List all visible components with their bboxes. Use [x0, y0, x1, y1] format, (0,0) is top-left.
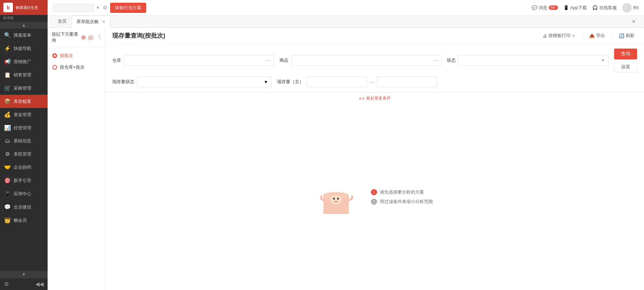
stock-qty-filter: 现存量（主） — — [277, 76, 437, 87]
finance-icon: 💰 — [4, 111, 11, 118]
scheme-item-batch[interactable]: 按批次 — [48, 50, 105, 61]
basic-icon: 🗂 — [4, 138, 11, 144]
online-service-btn[interactable]: 🎧 在线客服 — [592, 5, 617, 11]
collapse-bar[interactable]: ∧∧ 收起更多条件 — [105, 92, 644, 104]
sidebar-item-member[interactable]: 👑 畅会员 — [0, 214, 48, 227]
app-download-icon: 📱 — [563, 5, 569, 10]
stock-status-input[interactable]: ▼ — [137, 76, 272, 87]
topbar-left: ▼ ⚙ 体验行业方案 — [53, 3, 528, 13]
tab-close-icon[interactable]: ✕ — [102, 19, 105, 24]
scheme-item-warehouse-batch[interactable]: 按仓库+批次 — [48, 61, 105, 73]
product-input[interactable]: ··· — [291, 55, 441, 66]
query-btn-col: 查询 设置 — [614, 49, 637, 72]
system-icon: ⚙ — [4, 151, 11, 157]
collapse-sidebar-icon[interactable]: ◀◀ — [35, 281, 44, 287]
sidebar-item-label: 库存核算 — [14, 98, 31, 105]
sidebar-item-label: 快捷导航 — [14, 46, 31, 52]
settings-bottom-icon[interactable]: ⚙ — [4, 281, 9, 287]
scroll-down-btn[interactable]: ▼ — [0, 271, 48, 278]
scheme-settings-icon[interactable]: ◎ — [88, 34, 94, 41]
sidebar-item-basic[interactable]: 🗂 基础信息 — [0, 134, 48, 147]
avatar — [622, 3, 632, 13]
product-more-icon[interactable]: ··· — [433, 57, 438, 64]
user-area[interactable]: Rit — [622, 3, 639, 13]
tab-inventory-batch[interactable]: 库存批次账 ✕ — [71, 16, 111, 28]
sidebar-item-search[interactable]: 🔍 搜索菜单 — [0, 29, 48, 42]
print-btn[interactable]: 🖨 按模板打印 ▼ — [540, 31, 578, 40]
add-scheme-icon[interactable]: ⊕ — [81, 34, 86, 41]
collapse-label: 收起更多条件 — [366, 95, 391, 101]
sidebar-item-wechat[interactable]: 💬 企业微信 — [0, 200, 48, 214]
app-download-btn[interactable]: 📱 App下载 — [563, 5, 587, 11]
status-input[interactable]: ▼ — [458, 55, 609, 66]
filter-row-2: 现存量状态 ▼ 现存量（主） — — [112, 76, 637, 87]
sidebar-item-shortcut[interactable]: ⚡ 快捷导航 — [0, 42, 48, 55]
warehouse-more-icon[interactable]: ··· — [266, 57, 270, 64]
action-separator-2 — [612, 33, 612, 38]
operation-icon: 📊 — [4, 125, 11, 131]
purchase-icon: 🛒 — [4, 85, 11, 91]
tab-home-label: 首页 — [58, 19, 67, 24]
sidebar-item-system[interactable]: ⚙ 系统管理 — [0, 147, 48, 161]
service-icon: 🎧 — [592, 5, 598, 10]
messages-btn[interactable]: 💬 消息 99+ — [532, 5, 558, 11]
app-download-label: App下载 — [570, 5, 587, 11]
warehouse-label: 仓库 — [112, 57, 121, 64]
stock-status-label: 现存量状态 — [112, 79, 134, 85]
export-label: 导出 — [596, 33, 605, 39]
scheme-item-label: 按批次 — [60, 53, 73, 59]
messages-label: 消息 — [539, 5, 547, 11]
export-btn[interactable]: 📤 导出 — [587, 31, 608, 40]
stock-status-filter: 现存量状态 ▼ — [112, 76, 272, 87]
sidebar-item-guide[interactable]: 🎯 新手引导 — [0, 174, 48, 187]
stock-qty-max-input[interactable] — [377, 76, 437, 87]
sidebar-item-finance[interactable]: 💰 资金管理 — [0, 108, 48, 121]
qty-dash: — — [370, 79, 374, 85]
stock-qty-min-input[interactable] — [306, 76, 367, 87]
experience-btn[interactable]: 体验行业方案 — [110, 3, 146, 13]
topbar-gear-icon[interactable]: ⚙ — [103, 4, 107, 11]
settings-btn[interactable]: 设置 — [614, 61, 637, 72]
scheme-collapse-icon[interactable]: 《 — [96, 34, 101, 41]
query-btn[interactable]: 查询 — [614, 49, 637, 59]
hint-text-1: 请先选择要分析的方案 — [380, 189, 424, 195]
topbar-right: 💬 消息 99+ 📱 App下载 🎧 在线客服 Rit — [532, 3, 639, 13]
scroll-up-btn[interactable]: ▲ — [0, 22, 48, 29]
username: Rit — [633, 5, 639, 10]
marketing-icon: 📢 — [4, 58, 11, 65]
topbar-chevron-icon[interactable]: ▼ — [96, 5, 100, 10]
sidebar: b 畅康通好生意 标准版 ▲ 🔍 搜索菜单 ⚡ 快捷导航 📢 营销推广 📋 销售… — [0, 0, 48, 290]
sidebar-item-marketing[interactable]: 📢 营销推广 — [0, 55, 48, 68]
sidebar-item-appstore[interactable]: 📱 应用中心 — [0, 187, 48, 200]
tab-panel-close-icon[interactable]: ✕ — [631, 18, 639, 25]
filter-row-1: 仓库 ··· 商品 ··· — [112, 49, 637, 72]
scheme-panel-title: 按以下方案查询 — [52, 31, 81, 43]
sidebar-item-sales[interactable]: 📋 销售管理 — [0, 68, 48, 81]
refresh-btn[interactable]: 🔄 刷新 — [616, 31, 637, 40]
sidebar-item-inventory[interactable]: 📦 库存核算 — [0, 95, 48, 108]
sidebar-item-label: 搜索菜单 — [14, 32, 31, 38]
stock-qty-label: 现存量（主） — [277, 79, 304, 85]
topbar-search-input[interactable] — [53, 4, 94, 12]
sidebar-item-label: 营销推广 — [14, 59, 31, 65]
empty-hint-2: 2 用过滤条件来缩小分析范围 — [371, 199, 433, 205]
hint-text-2: 用过滤条件来缩小分析范围 — [380, 199, 433, 205]
warehouse-input[interactable]: ··· — [124, 55, 274, 66]
sidebar-item-enterprise[interactable]: 🤝 企业协同 — [0, 161, 48, 174]
company-name: 畅康通好生意 — [16, 5, 38, 10]
wechat-icon: 💬 — [4, 204, 11, 210]
tab-home[interactable]: 首页 — [53, 16, 71, 28]
sidebar-item-label: 应用中心 — [14, 191, 31, 197]
filter-area: 仓库 ··· 商品 ··· — [105, 44, 644, 92]
scheme-panel-header: 按以下方案查询 ⊕ ◎ 《 — [48, 28, 105, 47]
sidebar-item-operation[interactable]: 📊 经营管理 — [0, 121, 48, 134]
nav-menu: 🔍 搜索菜单 ⚡ 快捷导航 📢 营销推广 📋 销售管理 🛒 采购管理 📦 库存核… — [0, 29, 48, 271]
sidebar-item-label: 经营管理 — [14, 125, 31, 131]
print-icon: 🖨 — [543, 33, 547, 38]
sidebar-item-purchase[interactable]: 🛒 采购管理 — [0, 81, 48, 95]
status-chevron-icon: ▼ — [601, 58, 605, 63]
warehouse-filter: 仓库 ··· — [112, 55, 274, 66]
sidebar-item-label: 企业微信 — [14, 204, 31, 210]
stock-qty-wrap: — — [306, 76, 437, 87]
sidebar-item-label: 企业协同 — [14, 164, 31, 170]
